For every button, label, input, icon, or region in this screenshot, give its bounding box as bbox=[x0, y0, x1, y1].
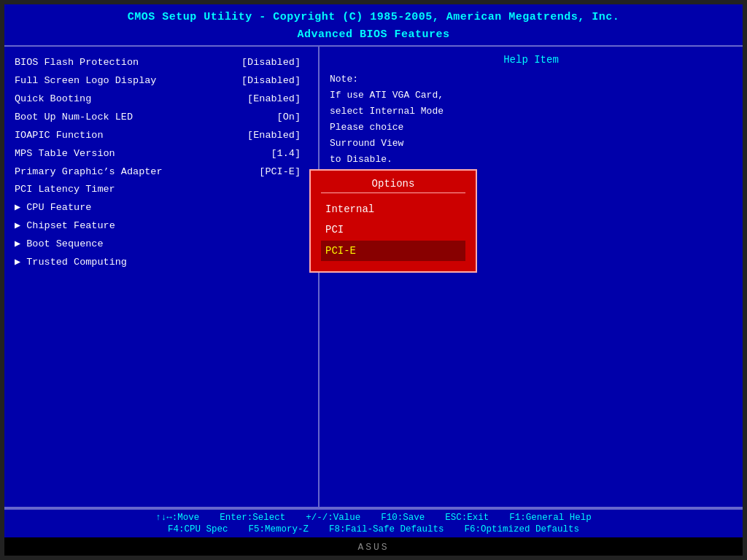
header-line1: CMOS Setup Utility - Copyright (C) 1985-… bbox=[4, 9, 743, 26]
popup-title: Options bbox=[321, 178, 465, 193]
popup-option-pcie[interactable]: PCI-E bbox=[321, 241, 465, 261]
label-logo: Full Screen Logo Display bbox=[15, 74, 156, 89]
status-row2: F4:CPU Spec F5:Memory-Z F8:Fail-Safe Def… bbox=[12, 524, 735, 534]
hint-move: ↑↓↔:Move bbox=[155, 513, 199, 523]
main-area: BIOS Flash Protection [Disabled] Full Sc… bbox=[4, 45, 743, 508]
menu-item-logo[interactable]: Full Screen Logo Display [Disabled] bbox=[15, 72, 308, 90]
label-ioapic: IOAPIC Function bbox=[15, 128, 104, 144]
submenu-boot[interactable]: Boot Sequence bbox=[15, 236, 308, 254]
label-mps: MPS Table Version bbox=[15, 147, 115, 162]
label-bios-flash: BIOS Flash Protection bbox=[15, 55, 139, 71]
value-logo: [Disabled] bbox=[241, 74, 301, 89]
menu-item-numlock[interactable]: Boot Up Num-Lock LED [On] bbox=[15, 109, 308, 127]
value-mps: [1.4] bbox=[271, 147, 301, 162]
menu-item-ioapic[interactable]: IOAPIC Function [Enabled] bbox=[15, 127, 308, 145]
submenu-cpu[interactable]: CPU Feature bbox=[15, 199, 308, 217]
hint-memory: F5:Memory-Z bbox=[248, 524, 309, 534]
bios-screen: CMOS Setup Utility - Copyright (C) 1985-… bbox=[0, 0, 747, 560]
label-graphics: Primary Graphic’s Adapter bbox=[15, 165, 163, 180]
popup-option-internal[interactable]: Internal bbox=[321, 199, 465, 219]
value-bios-flash: [Disabled] bbox=[241, 55, 301, 71]
popup-option-pci[interactable]: PCI bbox=[321, 219, 465, 240]
label-quick-boot: Quick Booting bbox=[15, 92, 91, 107]
help-title: Help Item bbox=[330, 54, 732, 66]
left-panel: BIOS Flash Protection [Disabled] Full Sc… bbox=[4, 47, 318, 507]
hint-optimized: F6:Optimized Defaults bbox=[465, 524, 580, 534]
hint-cpu-spec: F4:CPU Spec bbox=[168, 524, 228, 534]
menu-item-graphics[interactable]: Primary Graphic’s Adapter [PCI-E] bbox=[15, 163, 308, 182]
label-numlock: Boot Up Num-Lock LED bbox=[15, 110, 133, 125]
asus-logo: ASUS bbox=[357, 542, 389, 553]
hint-exit: ESC:Exit bbox=[445, 513, 489, 523]
menu-item-pci-latency[interactable]: PCI Latency Timer bbox=[15, 181, 308, 199]
asus-bar: ASUS bbox=[4, 537, 743, 556]
help-text: Note: If use ATI VGA Card, select Intern… bbox=[330, 71, 732, 168]
menu-item-quick-boot[interactable]: Quick Booting [Enabled] bbox=[15, 90, 308, 109]
hint-value: +/-/:Value bbox=[306, 513, 360, 523]
value-ioapic: [Enabled] bbox=[247, 128, 301, 144]
options-popup: Options Internal PCI PCI-E bbox=[309, 169, 477, 273]
title-bar: CMOS Setup Utility - Copyright (C) 1985-… bbox=[4, 4, 743, 45]
status-row1: ↑↓↔:Move Enter:Select +/-/:Value F10:Sav… bbox=[12, 513, 735, 523]
menu-item-mps[interactable]: MPS Table Version [1.4] bbox=[15, 145, 308, 163]
right-panel: Help Item Note: If use ATI VGA Card, sel… bbox=[320, 47, 743, 507]
value-graphics: [PCI-E] bbox=[259, 165, 301, 180]
value-numlock: [On] bbox=[277, 110, 301, 125]
menu-item-bios-flash[interactable]: BIOS Flash Protection [Disabled] bbox=[15, 54, 308, 72]
label-pci-latency: PCI Latency Timer bbox=[15, 182, 115, 198]
hint-save: F10:Save bbox=[381, 513, 425, 523]
header-line2: Advanced BIOS Features bbox=[4, 26, 743, 44]
submenu-trusted[interactable]: Trusted Computing bbox=[15, 254, 308, 272]
hint-select: Enter:Select bbox=[220, 513, 285, 523]
hint-failsafe: F8:Fail-Safe Defaults bbox=[329, 524, 444, 534]
value-quick-boot: [Enabled] bbox=[247, 92, 301, 107]
submenu-chipset[interactable]: Chipset Feature bbox=[15, 217, 308, 236]
status-bar: ↑↓↔:Move Enter:Select +/-/:Value F10:Sav… bbox=[4, 508, 743, 537]
hint-help: F1:General Help bbox=[509, 513, 592, 523]
